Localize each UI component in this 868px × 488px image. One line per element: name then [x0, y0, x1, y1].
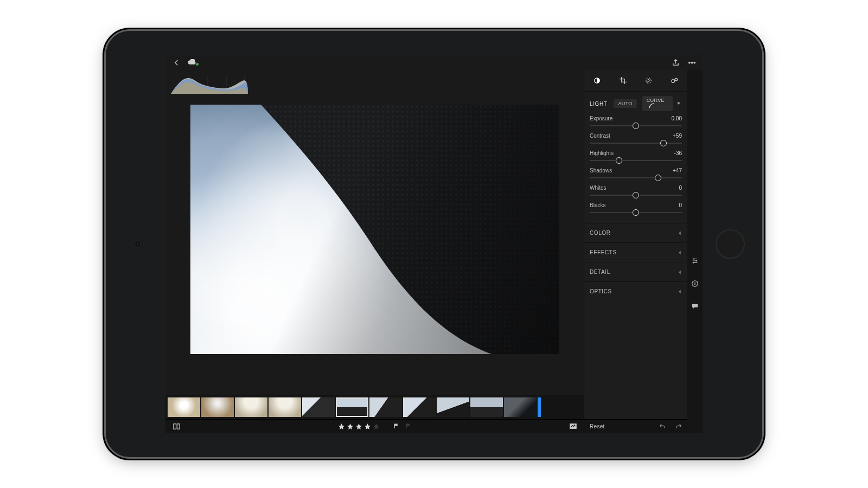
curve-label: CURVE — [647, 98, 665, 103]
flag-pick-button[interactable] — [393, 423, 399, 431]
svg-rect-20 — [694, 282, 695, 282]
section-light-header: LIGHT AUTO CURVE — [584, 92, 687, 115]
section-detail[interactable]: DETAIL — [584, 262, 687, 281]
curve-button[interactable]: CURVE — [642, 96, 673, 111]
filmstrip-end-marker — [538, 397, 541, 417]
slider-thumb[interactable] — [633, 192, 639, 198]
device-home-button[interactable] — [716, 229, 745, 259]
slider-blacks: Blacks0 — [590, 202, 682, 217]
section-optics[interactable]: OPTICS — [584, 281, 687, 301]
slider-shadows: Shadows+47 — [590, 168, 682, 182]
slider-label: Contrast — [590, 133, 610, 139]
slider-track[interactable] — [590, 191, 682, 200]
edit-mode-tabs — [584, 70, 687, 92]
device-camera — [135, 242, 140, 247]
tab-presets-icon[interactable] — [641, 73, 657, 89]
star-3[interactable] — [355, 423, 362, 430]
thumbnail[interactable] — [369, 397, 402, 417]
slider-thumb[interactable] — [633, 209, 639, 216]
svg-point-0 — [688, 62, 690, 63]
undo-button[interactable] — [659, 422, 667, 431]
slider-value: 0.00 — [672, 115, 682, 121]
rail-adjust-icon[interactable] — [690, 255, 700, 266]
filter-button[interactable] — [567, 421, 578, 432]
chevron-left-icon — [678, 251, 682, 255]
thumbnail[interactable] — [168, 397, 200, 417]
redo-button[interactable] — [674, 422, 682, 431]
lightroom-app: LIGHT AUTO CURVE Exp — [165, 55, 703, 433]
screen: LIGHT AUTO CURVE Exp — [165, 55, 703, 433]
tablet-frame: LIGHT AUTO CURVE Exp — [106, 31, 762, 457]
svg-point-15 — [693, 258, 694, 259]
thumbnail[interactable] — [201, 397, 234, 417]
slider-thumb[interactable] — [633, 123, 639, 129]
slider-label: Shadows — [590, 168, 612, 174]
section-detail-title: DETAIL — [590, 269, 610, 275]
slider-label: Blacks — [590, 202, 605, 208]
slider-thumb[interactable] — [616, 157, 622, 164]
thumbnail[interactable] — [235, 397, 267, 417]
svg-rect-7 — [173, 424, 176, 429]
thumbnail[interactable] — [302, 397, 335, 417]
more-button[interactable] — [686, 57, 697, 68]
top-bar — [165, 55, 703, 70]
cloud-sync-status[interactable] — [187, 59, 199, 66]
slider-thumb[interactable] — [655, 175, 661, 181]
section-light-collapse[interactable] — [676, 100, 682, 107]
svg-rect-19 — [694, 283, 695, 285]
rail-comments-icon[interactable] — [690, 301, 700, 312]
slider-contrast: Contrast+59 — [590, 133, 682, 147]
star-5[interactable] — [373, 423, 380, 430]
tab-edit-icon[interactable] — [589, 73, 605, 89]
thumbnail[interactable] — [269, 397, 301, 417]
compare-view-button[interactable] — [171, 421, 182, 432]
back-button[interactable] — [171, 57, 182, 68]
slider-track[interactable] — [590, 208, 682, 217]
reset-button[interactable]: Reset — [590, 423, 605, 429]
svg-point-17 — [693, 262, 694, 263]
auto-button[interactable]: AUTO — [614, 99, 636, 108]
thumbnail-selected[interactable] — [336, 397, 368, 417]
share-button[interactable] — [670, 57, 681, 68]
edited-photo — [190, 105, 559, 354]
slider-value: +59 — [673, 133, 682, 139]
rail-info-icon[interactable] — [690, 278, 700, 289]
svg-point-12 — [648, 80, 650, 82]
section-color[interactable]: COLOR — [584, 223, 687, 242]
star-2[interactable] — [347, 423, 354, 430]
slider-value: 0 — [679, 185, 682, 191]
svg-point-16 — [695, 260, 697, 261]
slider-track[interactable] — [590, 121, 682, 130]
svg-point-14 — [675, 78, 678, 81]
thumbnail[interactable] — [403, 397, 436, 417]
section-optics-title: OPTICS — [590, 288, 612, 294]
right-icon-rail — [687, 70, 703, 433]
sync-ok-badge-icon — [195, 62, 199, 66]
thumbnail[interactable] — [437, 397, 469, 417]
svg-point-1 — [691, 62, 692, 63]
flag-reject-button[interactable] — [405, 423, 411, 431]
chevron-left-icon — [678, 231, 682, 235]
slider-thumb[interactable] — [660, 140, 667, 146]
filmstrip — [165, 395, 584, 419]
section-effects[interactable]: EFFECTS — [584, 242, 687, 262]
slider-label: Whites — [590, 185, 607, 191]
thumbnail[interactable] — [470, 397, 503, 417]
histogram[interactable] — [165, 70, 584, 96]
slider-highlights: Highlights-36 — [590, 150, 682, 165]
photo-canvas[interactable] — [165, 96, 584, 395]
svg-point-2 — [693, 62, 694, 63]
rating-stars — [338, 423, 380, 430]
slider-label: Exposure — [590, 115, 612, 121]
tab-selective-icon[interactable] — [666, 73, 682, 89]
thumbnail[interactable] — [504, 397, 537, 417]
star-1[interactable] — [338, 423, 345, 430]
slider-value: 0 — [679, 202, 682, 208]
edit-panel: LIGHT AUTO CURVE Exp — [584, 70, 687, 433]
tab-crop-icon[interactable] — [615, 73, 631, 89]
slider-label: Highlights — [590, 150, 614, 156]
slider-track[interactable] — [590, 156, 682, 165]
slider-track[interactable] — [590, 174, 682, 182]
star-4[interactable] — [364, 423, 371, 430]
slider-track[interactable] — [590, 139, 682, 147]
